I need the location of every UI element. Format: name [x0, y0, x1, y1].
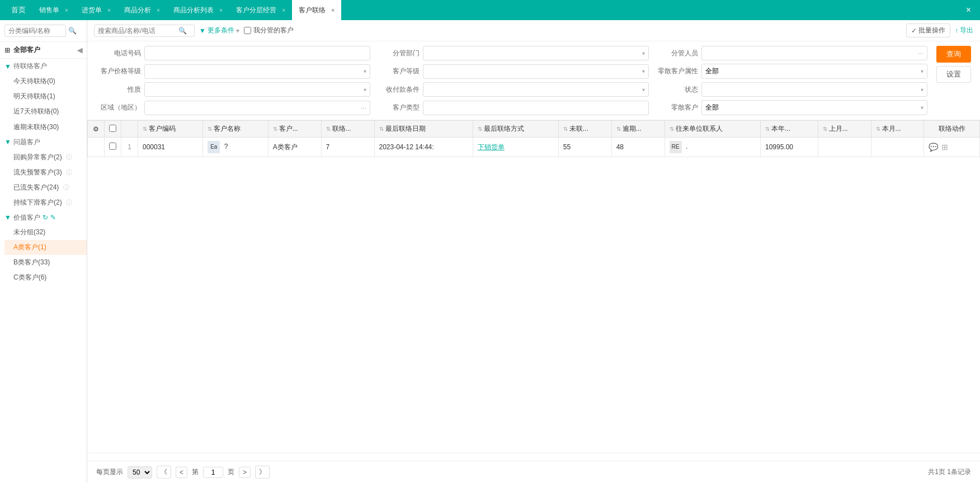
filter-search-icon[interactable]: 🔍: [178, 27, 187, 35]
close-tab-customer-contact[interactable]: ×: [331, 7, 334, 13]
filter-search-input[interactable]: [98, 27, 176, 35]
type-input[interactable]: [423, 101, 649, 115]
close-tab-sales-order[interactable]: ×: [65, 7, 68, 13]
col-unit-contact[interactable]: ⇅ 往来单位联系人: [665, 121, 760, 138]
grade-select[interactable]: ▾: [423, 64, 649, 79]
sidebar-item-b-class[interactable]: B类客户(33): [4, 255, 87, 270]
sidebar-item-c-class[interactable]: C类客户(6): [4, 270, 87, 285]
col-this-month[interactable]: ⇅ 本月...: [871, 121, 924, 138]
sidebar-item-unclassified[interactable]: 未分组(32): [4, 225, 87, 240]
col-last-date[interactable]: ⇅ 最后联络日期: [374, 121, 473, 138]
message-icon[interactable]: 💬: [929, 143, 938, 151]
price-grade-select[interactable]: ▾: [144, 64, 370, 79]
problem-group-label[interactable]: ▼ 问题客户: [0, 135, 87, 150]
col-last-month[interactable]: ⇅ 上月...: [818, 121, 871, 138]
sidebar-item-churned[interactable]: 已流失客户(24) ⓘ: [4, 180, 87, 195]
col-last-method[interactable]: ⇅ 最后联络方式: [473, 121, 558, 138]
page-number-input[interactable]: [203, 467, 223, 478]
close-tab-customer-segment[interactable]: ×: [282, 7, 285, 13]
price-grade-label: 客户价格等级: [96, 67, 141, 76]
qr-icon[interactable]: ⊞: [941, 143, 948, 151]
nav-home[interactable]: 首页: [4, 0, 32, 20]
close-all-button[interactable]: ×: [962, 5, 976, 15]
gender-label: 性质: [96, 85, 141, 94]
batch-operation-btn[interactable]: ✓ 批量操作: [906, 23, 950, 37]
col-type[interactable]: ⇅ 客户...: [268, 121, 321, 138]
sidebar: 🔍 ⊞ 全部客户 ◀ ▼ 待联络客户 今天待联络(0) 明天待联络(1) 近7天…: [0, 20, 87, 483]
sidebar-item-today-contact[interactable]: 今天待联络(0): [4, 74, 87, 89]
status-label: 状态: [653, 85, 698, 94]
sidebar-item-7days-contact[interactable]: 近7天待联络(0): [4, 104, 87, 119]
settings-icon[interactable]: ⚙: [93, 125, 99, 133]
sidebar-item-abnormal-repurchase[interactable]: 回购异常客户(2) ⓘ: [4, 150, 87, 165]
sidebar-item-overdue-contact[interactable]: 逾期未联络(30): [4, 120, 87, 135]
retail-prop-select[interactable]: 全部▾: [701, 64, 927, 79]
grade-label: 客户等级: [375, 67, 420, 76]
nav-product-analysis-list[interactable]: 商品分析列表 ×: [167, 0, 229, 20]
settings-button[interactable]: 设置: [936, 66, 971, 83]
col-contact-count[interactable]: ⇅ 联络...: [321, 121, 374, 138]
status-select[interactable]: ▾: [701, 82, 927, 97]
all-customers-header[interactable]: ⊞ 全部客户 ◀: [0, 42, 87, 59]
retail-select[interactable]: 全部▾: [701, 100, 927, 115]
col-name[interactable]: ⇅ 客户名称: [203, 121, 268, 138]
nav-customer-contact[interactable]: 客户联络 ×: [292, 0, 341, 20]
col-this-year[interactable]: ⇅ 本年...: [760, 121, 818, 138]
horizontal-scrollbar[interactable]: [87, 453, 980, 461]
customer-table: ⚙ ⇅ 客户编码: [87, 120, 980, 157]
row-checkbox[interactable]: [109, 143, 116, 150]
close-tab-product-analysis[interactable]: ×: [157, 7, 160, 13]
per-page-select[interactable]: 50: [128, 466, 152, 479]
col-seq: [121, 121, 138, 138]
query-button[interactable]: 查询: [936, 46, 971, 63]
nav-product-analysis[interactable]: 商品分析 ×: [117, 0, 167, 20]
nav-customer-segment[interactable]: 客户分层经营 ×: [229, 0, 292, 20]
col-checkbox[interactable]: [105, 121, 121, 138]
nav-purchase-order[interactable]: 进货单 ×: [75, 0, 117, 20]
collapse-icon[interactable]: ◀: [77, 46, 82, 54]
row-name[interactable]: Ea ?: [203, 138, 268, 157]
retail-prop-label: 零散客户属性: [653, 67, 698, 76]
col-settings[interactable]: ⚙: [88, 121, 105, 138]
refresh-icon[interactable]: ↻: [43, 214, 48, 221]
row-checkbox-cell[interactable]: [105, 138, 121, 157]
last-page-btn[interactable]: 》: [255, 466, 270, 479]
export-icon: ↑: [955, 27, 958, 35]
check-icon: ✓: [911, 27, 917, 35]
dept-select[interactable]: ▾: [423, 46, 649, 60]
edit-icon[interactable]: ✎: [50, 214, 56, 221]
col-code[interactable]: ⇅ 客户编码: [138, 121, 203, 138]
row-code[interactable]: 000031: [138, 138, 203, 157]
close-tab-purchase-order[interactable]: ×: [107, 7, 111, 13]
select-all-checkbox[interactable]: [109, 125, 116, 132]
my-customers-check[interactable]: [244, 27, 251, 34]
row-this-year: 10995.00: [760, 138, 818, 157]
gender-select[interactable]: ▾: [144, 82, 370, 97]
region-select[interactable]: ···: [144, 101, 370, 115]
close-tab-product-analysis-list[interactable]: ×: [219, 7, 223, 13]
phone-input[interactable]: [144, 46, 370, 60]
col-overdue[interactable]: ⇅ 逾期...: [611, 121, 665, 138]
customer-avatar: Ea: [208, 141, 220, 153]
nav-sales-order[interactable]: 销售单 ×: [32, 0, 75, 20]
sidebar-item-churn-warning[interactable]: 流失预警客户(3) ⓘ: [4, 165, 87, 180]
sidebar-item-tomorrow-contact[interactable]: 明天待联络(1): [4, 89, 87, 104]
col-no-contact[interactable]: ⇅ 未联...: [558, 121, 611, 138]
staff-select[interactable]: ···: [701, 46, 927, 60]
sidebar-search-input[interactable]: [4, 25, 66, 37]
export-btn[interactable]: ↑ 导出: [955, 26, 973, 35]
first-page-btn[interactable]: 《: [157, 466, 171, 479]
next-page-btn[interactable]: >: [239, 467, 251, 478]
row-seq: 1: [121, 138, 138, 157]
sidebar-item-declining[interactable]: 持续下滑客户(2) ⓘ: [4, 195, 87, 210]
prev-page-btn[interactable]: <: [176, 467, 187, 478]
pay-select[interactable]: ▾: [423, 82, 649, 97]
pending-group-label[interactable]: ▼ 待联络客户: [0, 59, 87, 74]
row-settings-cell[interactable]: [88, 138, 105, 157]
filter-more-btn[interactable]: ▼ 更多条件 ▾: [199, 26, 239, 35]
row-last-method[interactable]: 下销货单: [473, 138, 558, 157]
sidebar-search-icon[interactable]: 🔍: [68, 27, 77, 35]
staff-label: 分管人员: [653, 49, 698, 58]
my-customers-checkbox[interactable]: 我分管的客户: [244, 26, 294, 35]
sidebar-item-a-class[interactable]: A类客户(1): [4, 240, 87, 255]
